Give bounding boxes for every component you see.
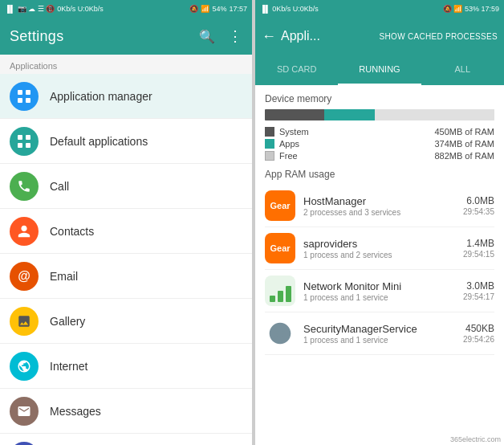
- bar1: [270, 296, 275, 302]
- internet-icon: [10, 352, 39, 381]
- signal-icon-right: ▐▌: [260, 5, 270, 13]
- bar3: [286, 286, 291, 302]
- network-monitor-name: Network Monitor Mini: [303, 280, 463, 292]
- menu-item-internet[interactable]: Internet: [0, 344, 252, 389]
- network-monitor-time: 29:54:17: [463, 292, 494, 301]
- svg-rect-6: [18, 143, 22, 148]
- app-item-network-monitor[interactable]: Network Monitor Mini 1 process and 1 ser…: [265, 270, 494, 312]
- email-label: Email: [50, 270, 78, 283]
- menu-item-contacts[interactable]: Contacts: [0, 209, 252, 254]
- hostmanager-right: 6.0MB 29:54:35: [463, 195, 494, 216]
- svg-point-9: [282, 331, 284, 333]
- battery-right: 53%: [465, 5, 479, 13]
- bar2: [278, 291, 283, 302]
- memory-bar-free: [375, 109, 494, 120]
- mute-icon-right: 🔕: [443, 5, 452, 13]
- back-button[interactable]: ←: [262, 28, 276, 45]
- tabs-row: SD CARD RUNNING ALL: [255, 55, 504, 85]
- internet-label: Internet: [50, 360, 87, 373]
- free-dot: [265, 151, 274, 161]
- tab-sdcard[interactable]: SD CARD: [255, 55, 338, 85]
- network-monitor-size: 3.0MB: [463, 280, 494, 292]
- wifi-icon: 📶: [201, 5, 209, 13]
- tab-running[interactable]: RUNNING: [338, 55, 421, 85]
- call-icon: [10, 172, 39, 201]
- mute-icon: 🔕: [189, 5, 198, 13]
- legend-system: System 450MB of RAM: [265, 127, 494, 137]
- network-monitor-right: 3.0MB 29:54:17: [463, 280, 494, 301]
- app-item-security-manager[interactable]: SecurityManagerService 1 process and 1 s…: [265, 312, 494, 355]
- splanner-icon: [10, 442, 39, 446]
- free-label: Free: [279, 151, 434, 161]
- contacts-label: Contacts: [50, 225, 94, 238]
- default-apps-label: Default applications: [50, 135, 148, 148]
- apps-dot: [265, 139, 274, 149]
- gallery-icon: [10, 307, 39, 336]
- saproviders-info: saproviders 1 process and 2 services: [303, 238, 463, 259]
- status-right-left-icons: ▐▌ 0Kb/s U:0Kb/s: [260, 5, 319, 13]
- hostmanager-name: HostManager: [303, 195, 463, 207]
- free-value: 882MB of RAM: [434, 151, 494, 161]
- system-dot: [265, 127, 274, 137]
- watermark: 365electric.com: [255, 434, 504, 445]
- gallery-label: Gallery: [50, 315, 85, 328]
- svg-rect-1: [26, 90, 30, 95]
- time-right: 17:59: [481, 5, 499, 13]
- tab-all[interactable]: ALL: [421, 55, 504, 85]
- saproviders-sub: 1 process and 2 services: [303, 251, 463, 259]
- contacts-icon: [10, 217, 39, 246]
- hostmanager-size: 6.0MB: [463, 195, 494, 206]
- app-manager-icon: [10, 82, 39, 111]
- app-item-saproviders[interactable]: Gear saproviders 1 process and 2 service…: [265, 227, 494, 270]
- menu-item-app-manager[interactable]: Application manager: [0, 74, 252, 119]
- show-cached-button[interactable]: SHOW CACHED PROCESSES: [380, 32, 498, 41]
- svg-rect-7: [26, 143, 30, 148]
- legend-free: Free 882MB of RAM: [265, 151, 494, 161]
- wifi-icon-right: 📶: [453, 5, 462, 13]
- app-manager-label: Application manager: [50, 90, 152, 103]
- messages-label: Messages: [50, 405, 101, 418]
- hostmanager-info: HostManager 2 processes and 3 services: [303, 195, 463, 217]
- more-icon[interactable]: ⋮: [228, 27, 242, 45]
- app-ram-title: App RAM usage: [265, 169, 494, 180]
- apps-label: Apps: [279, 139, 434, 149]
- hostmanager-sub: 2 processes and 3 services: [303, 208, 463, 217]
- svg-rect-0: [18, 90, 22, 95]
- menu-item-default-apps[interactable]: Default applications: [0, 119, 252, 164]
- status-bar-left: ▐▌ 📷 ☁ ☰ 📵 0Kb/s U:0Kb/s 🔕 📶 54% 17:57: [0, 0, 252, 18]
- menu-item-gallery[interactable]: Gallery: [0, 299, 252, 344]
- saproviders-time: 29:54:15: [463, 250, 494, 259]
- security-manager-right: 450KB 29:54:26: [463, 323, 494, 344]
- security-manager-info: SecurityManagerService 1 process and 1 s…: [303, 323, 463, 345]
- saproviders-icon: Gear: [265, 233, 295, 263]
- settings-title: Settings: [10, 28, 63, 45]
- status-right-icons: 🔕 📶 54% 17:57: [189, 5, 247, 13]
- search-icon[interactable]: 🔍: [199, 29, 215, 44]
- menu-list: Application manager Default applications…: [0, 74, 252, 445]
- left-panel: ▐▌ 📷 ☁ ☰ 📵 0Kb/s U:0Kb/s 🔕 📶 54% 17:57 S…: [0, 0, 252, 445]
- network-speed: 0Kb/s U:0Kb/s: [57, 5, 104, 13]
- status-left-icons: ▐▌ 📷 ☁ ☰ 📵 0Kb/s U:0Kb/s: [5, 5, 104, 13]
- app-item-hostmanager[interactable]: Gear HostManager 2 processes and 3 servi…: [265, 185, 494, 227]
- hostmanager-time: 29:54:35: [463, 207, 494, 216]
- device-memory-title: Device memory: [265, 93, 494, 104]
- security-manager-name: SecurityManagerService: [303, 323, 463, 335]
- menu-item-email[interactable]: @ Email: [0, 254, 252, 299]
- default-apps-icon: [10, 127, 39, 156]
- email-icon: @: [10, 262, 39, 291]
- network-monitor-sub: 1 process and 1 service: [303, 293, 463, 302]
- network-speed-right: 0Kb/s U:0Kb/s: [272, 5, 319, 13]
- messages-icon: [10, 397, 39, 426]
- memory-bar: [265, 109, 494, 120]
- menu-item-messages[interactable]: Messages: [0, 389, 252, 434]
- call-label: Call: [50, 180, 69, 193]
- security-manager-icon: [265, 318, 295, 349]
- appli-title: Appli...: [281, 29, 320, 43]
- status-icons: 📷 ☁ ☰ 📵: [18, 5, 55, 13]
- memory-bar-apps: [324, 109, 375, 120]
- menu-item-splanner[interactable]: S Planner: [0, 434, 252, 445]
- time-left: 17:57: [229, 5, 247, 13]
- menu-item-call[interactable]: Call: [0, 164, 252, 209]
- network-monitor-icon: [265, 276, 295, 306]
- signal-icon: ▐▌: [5, 5, 15, 13]
